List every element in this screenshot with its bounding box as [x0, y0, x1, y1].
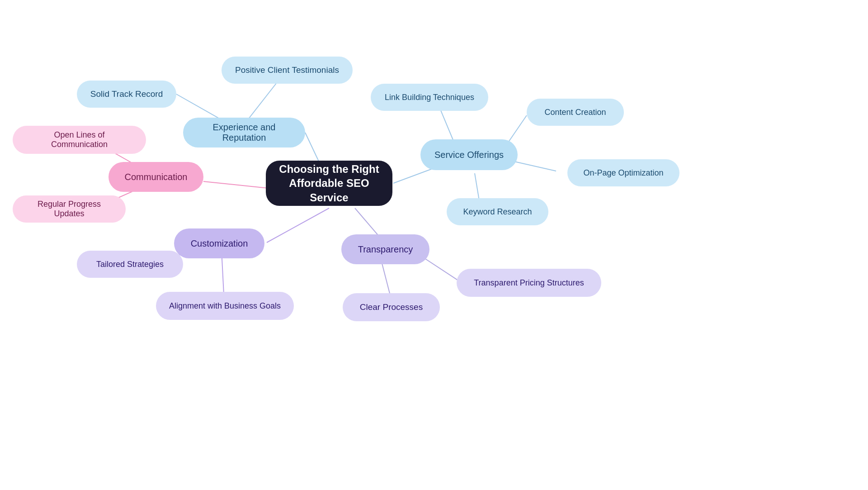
testimonials-node: Positive Client Testimonials [222, 57, 353, 84]
transparency-node: Transparency [341, 234, 429, 264]
svg-line-6 [267, 208, 329, 243]
service-offerings-node: Service Offerings [420, 139, 518, 170]
open-lines-node: Open Lines of Communication [13, 126, 146, 154]
mind-map-svg [0, 0, 868, 490]
on-page-node: On-Page Optimization [567, 159, 679, 186]
communication-node: Communication [108, 162, 203, 192]
clear-processes-node: Clear Processes [343, 293, 440, 321]
link-building-node: Link Building Techniques [371, 84, 488, 111]
center-node: Choosing the Right Affordable SEO Servic… [266, 161, 392, 206]
progress-updates-node: Regular Progress Updates [13, 195, 126, 223]
alignment-node: Alignment with Business Goals [156, 292, 294, 320]
svg-line-16 [475, 173, 479, 200]
track-record-node: Solid Track Record [77, 81, 176, 108]
experience-node: Experience and Reputation [183, 118, 305, 147]
tailored-node: Tailored Strategies [77, 251, 183, 278]
customization-node: Customization [174, 228, 264, 258]
pricing-node: Transparent Pricing Structures [457, 269, 601, 297]
keyword-research-node: Keyword Research [447, 198, 548, 225]
content-creation-node: Content Creation [527, 99, 624, 126]
